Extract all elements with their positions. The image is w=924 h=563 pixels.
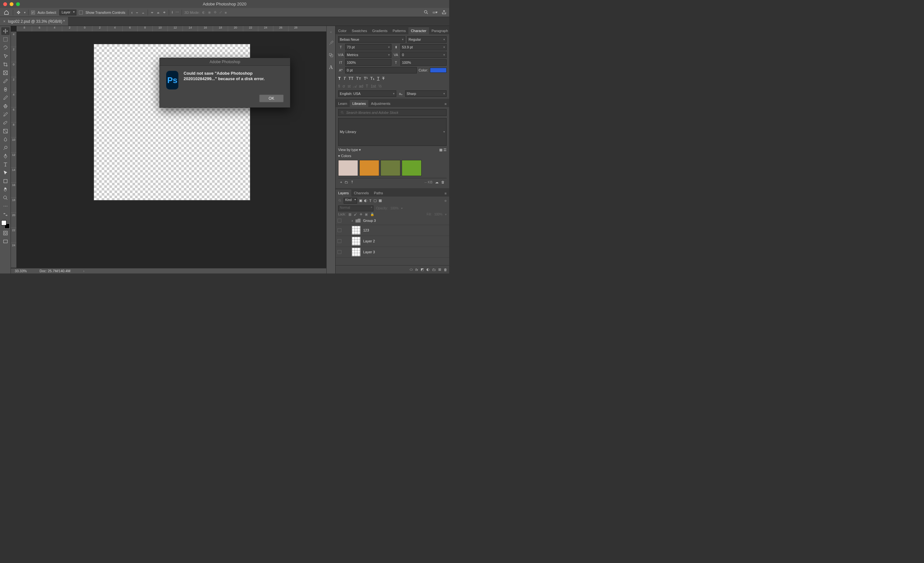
library-color-swatch[interactable] [338, 160, 358, 176]
half-icon[interactable]: ½ [378, 84, 381, 88]
quick-select-tool[interactable] [1, 52, 10, 60]
horizontal-ruler[interactable]: 86420246810121416182022242628 [16, 26, 326, 32]
panel-tab[interactable]: Patterns [390, 27, 408, 34]
panel-tab[interactable]: Learn [336, 100, 350, 107]
history-brush-tool[interactable] [1, 111, 10, 118]
layer-name[interactable]: Layer 3 [363, 250, 375, 254]
faux-italic-icon[interactable]: T [343, 76, 346, 81]
zoom-tool[interactable] [1, 194, 10, 202]
layer-thumbnail[interactable] [352, 226, 361, 235]
font-size-input[interactable]: 73 pt [345, 44, 392, 50]
quick-mask-icon[interactable] [1, 229, 10, 237]
colors-section-label[interactable]: Colors [341, 154, 351, 158]
distribute-icon[interactable]: ⫲ [172, 10, 173, 14]
vertical-ruler[interactable]: 42024681012141618202224 [11, 32, 16, 268]
layer-row[interactable]: Layer 2 [336, 236, 449, 247]
visibility-toggle[interactable] [338, 219, 341, 223]
hand-tool[interactable] [1, 186, 10, 193]
brushes-panel-icon[interactable] [328, 40, 334, 46]
layer-list[interactable]: ›Group 3123Layer 2Layer 3 [336, 217, 449, 265]
library-selector-dropdown[interactable]: My Library [338, 118, 447, 146]
font-style-dropdown[interactable]: Regular [407, 36, 447, 43]
marquee-tool[interactable] [1, 36, 10, 43]
align-left-icon[interactable]: ⫞ [131, 10, 133, 14]
clone-stamp-tool[interactable] [1, 102, 10, 110]
visibility-toggle[interactable] [338, 228, 341, 232]
zoom-level[interactable]: 33.33% [15, 269, 27, 273]
library-search[interactable] [338, 109, 447, 116]
filter-type-icon[interactable]: T [369, 199, 372, 203]
colors-section-toggle-icon[interactable]: ▾ [338, 154, 340, 158]
library-color-swatch[interactable] [402, 160, 422, 176]
tab-close-icon[interactable]: × [3, 19, 6, 24]
fill-value[interactable]: 100% [434, 213, 442, 216]
panel-tab[interactable]: Swatches [349, 27, 370, 34]
tracking-input[interactable]: 0 [400, 52, 447, 58]
panel-tab[interactable]: Layers [336, 190, 351, 196]
layer-name[interactable]: 123 [363, 228, 369, 232]
layer-row[interactable]: 123 [336, 225, 449, 236]
edit-toolbar-icon[interactable]: ⋯ [1, 202, 10, 210]
layer-filter-dropdown[interactable]: Kind [344, 198, 357, 204]
filter-toggle-icon[interactable]: ○ [444, 199, 447, 203]
panel-tab[interactable]: Paragraph [429, 27, 449, 34]
layer-row[interactable]: Layer 3 [336, 247, 449, 258]
antialias-dropdown[interactable]: Sharp [405, 90, 447, 97]
baseline-shift-input[interactable]: 0 pt [345, 67, 417, 73]
frame-tool[interactable] [1, 69, 10, 76]
doc-size[interactable]: Doc: 25.7M/140.4M [39, 269, 70, 273]
align-center-h-icon[interactable]: ⫟ [135, 10, 139, 14]
layer-thumbnail[interactable] [352, 237, 361, 246]
chevron-down-icon[interactable]: ▾ [359, 148, 361, 152]
panel-collapse-icon[interactable]: « [330, 30, 332, 34]
path-select-tool[interactable] [1, 169, 10, 177]
layer-row[interactable]: ›Group 3 [336, 217, 449, 225]
layer-fx-icon[interactable]: fx [415, 268, 418, 271]
adjustment-layer-icon[interactable]: ◐ [426, 267, 430, 271]
3d-roll-icon[interactable]: ◉ [208, 10, 211, 14]
status-chevron-icon[interactable]: › [83, 269, 84, 273]
faux-bold-icon[interactable]: T [338, 76, 341, 81]
home-button[interactable] [3, 9, 10, 16]
3d-slide-icon[interactable]: ⤢ [219, 10, 222, 14]
panel-tab[interactable]: Gradients [370, 27, 390, 34]
lock-all-icon[interactable]: 🔒 [370, 213, 374, 216]
auto-select-checkbox[interactable]: ✓ [31, 10, 35, 14]
panel-tab[interactable]: Color [336, 27, 349, 34]
layer-group-icon[interactable]: 🗀 [432, 268, 436, 271]
filter-smart-icon[interactable]: ▦ [379, 198, 382, 203]
blend-mode-dropdown[interactable]: Normal [338, 205, 374, 211]
pen-tool[interactable] [1, 152, 10, 160]
layer-name[interactable]: Layer 2 [363, 239, 375, 243]
layer-link-icon[interactable]: ⬭ [410, 267, 412, 271]
titling-icon[interactable]: ad [359, 84, 363, 88]
tool-preset-chevron-icon[interactable]: ▾ [24, 11, 26, 14]
library-color-swatch[interactable] [359, 160, 379, 176]
search-icon[interactable] [423, 10, 429, 15]
panel-tab[interactable]: Adjustments [368, 100, 393, 107]
ligature-st-icon[interactable]: st [348, 84, 350, 88]
subscript-icon[interactable]: T₁ [370, 76, 374, 81]
move-tool-indicator[interactable]: ✥ [16, 10, 21, 15]
lock-position-icon[interactable]: ✥ [360, 213, 362, 216]
font-family-dropdown[interactable]: Bebas Neue [338, 36, 405, 43]
visibility-toggle[interactable] [338, 250, 341, 254]
brush-tool[interactable] [1, 94, 10, 102]
panel-tab[interactable]: Character [408, 27, 429, 34]
crop-tool[interactable] [1, 61, 10, 68]
3d-pan-icon[interactable]: ✥ [214, 10, 217, 14]
add-folder-icon[interactable]: 🗀 [345, 180, 348, 184]
library-color-swatch[interactable] [381, 160, 400, 176]
superscript-icon[interactable]: T¹ [364, 76, 368, 81]
dodge-tool[interactable] [1, 144, 10, 152]
shape-tool[interactable] [1, 177, 10, 185]
eyedropper-tool[interactable] [1, 77, 10, 85]
auto-select-mode-dropdown[interactable]: Layer [59, 10, 76, 15]
panel-menu-icon[interactable]: ≡ [442, 101, 449, 107]
upload-icon[interactable]: ⤒ [351, 180, 354, 184]
smallcaps-icon[interactable]: Tᴛ [356, 76, 361, 81]
fractions-icon[interactable]: 1st [370, 84, 376, 88]
lasso-tool[interactable] [1, 44, 10, 52]
view-by-label[interactable]: View by type [338, 148, 358, 152]
ligature-fi-icon[interactable]: fi [338, 84, 340, 88]
